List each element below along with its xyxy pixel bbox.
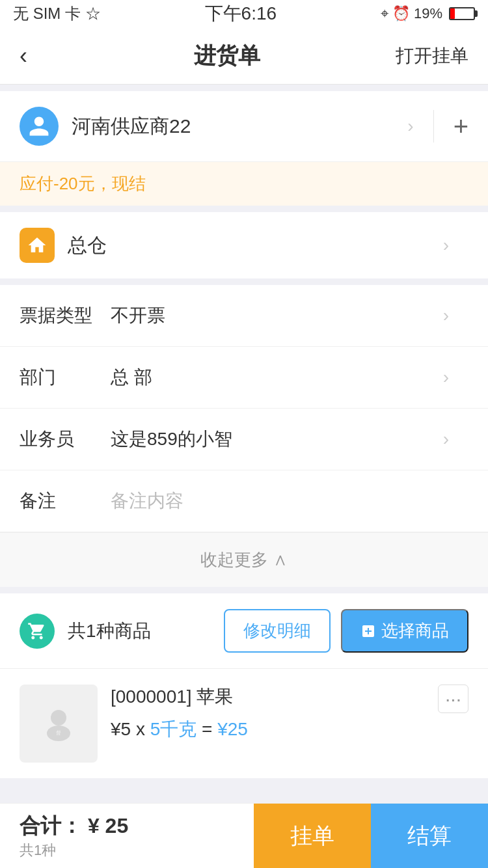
- form-card: 票据类型 不开票 › 部门 总 部 › 业务员 这是859的小智 › 备注 备注…: [0, 285, 488, 587]
- remark-row[interactable]: 备注 备注内容: [0, 470, 488, 532]
- total-section: 合计： ¥ 25 共1种: [0, 804, 254, 868]
- department-row[interactable]: 部门 总 部 ›: [0, 347, 488, 409]
- warehouse-name: 总仓: [68, 232, 443, 259]
- supplier-avatar: [20, 107, 59, 146]
- product-thumbnail: 督: [20, 685, 98, 763]
- product-code: [0000001] 苹果: [111, 686, 233, 707]
- warehouse-icon: [20, 228, 55, 263]
- staff-row[interactable]: 业务员 这是859的小智 ›: [0, 409, 488, 470]
- product-name: [0000001] 苹果: [111, 685, 425, 709]
- invoice-type-label: 票据类型: [20, 303, 111, 328]
- battery-percent: 19%: [414, 5, 442, 22]
- remark-input[interactable]: 备注内容: [111, 489, 468, 513]
- warehouse-row[interactable]: 总仓 ›: [0, 212, 488, 278]
- alert-banner: 应付-20元，现结: [0, 162, 488, 206]
- status-time: 下午6:16: [205, 1, 277, 26]
- alarm-icon: ⏰: [392, 5, 410, 22]
- supplier-row[interactable]: 河南供应商22 › +: [0, 91, 488, 162]
- vertical-divider: [433, 110, 434, 142]
- warehouse-chevron-icon: ›: [443, 235, 449, 256]
- open-pending-button[interactable]: 打开挂单: [396, 44, 468, 68]
- supplier-name: 河南供应商22: [72, 113, 407, 140]
- nav-bar: ‹ 进货单 打开挂单: [0, 27, 488, 85]
- invoice-type-value: 不开票: [111, 303, 443, 328]
- content: 河南供应商22 › + 应付-20元，现结 总仓 › 票据类型 不开票 › 部门…: [0, 85, 488, 856]
- home-icon: [27, 235, 47, 256]
- remark-label: 备注: [20, 489, 111, 513]
- total-value: ¥ 25: [88, 814, 128, 837]
- add-product-icon: [360, 623, 376, 639]
- unit-price: ¥5 x: [111, 719, 150, 739]
- collapse-button[interactable]: 收起更多 ∧: [0, 532, 488, 587]
- person-icon: [27, 115, 51, 138]
- status-left: 无 SIM 卡 ☆: [13, 3, 101, 24]
- svg-point-0: [51, 710, 66, 726]
- select-product-button[interactable]: 选择商品: [341, 609, 468, 653]
- cart-icon: [27, 621, 47, 641]
- supplier-card: 河南供应商22 › + 应付-20元，现结: [0, 91, 488, 206]
- department-chevron-icon: ›: [443, 367, 449, 388]
- status-right: ⌖ ⏰ 19%: [381, 5, 475, 22]
- suspend-button[interactable]: 挂单: [254, 804, 371, 868]
- add-supplier-button[interactable]: +: [454, 112, 468, 141]
- more-options-button[interactable]: ···: [438, 685, 468, 713]
- total-label: 合计：: [20, 814, 82, 837]
- chevron-right-icon: ›: [407, 116, 413, 137]
- staff-chevron-icon: ›: [443, 429, 449, 450]
- department-label: 部门: [20, 365, 111, 390]
- invoice-type-row[interactable]: 票据类型 不开票 ›: [0, 285, 488, 347]
- network-label: 无 SIM 卡 ☆: [13, 3, 101, 24]
- product-header: 共1种商品 修改明细 选择商品: [0, 593, 488, 669]
- product-count-label: 共1种商品: [68, 619, 224, 644]
- svg-text:督: 督: [56, 729, 61, 736]
- checkout-button[interactable]: 结算: [371, 804, 488, 868]
- product-icon: [20, 614, 55, 649]
- select-product-label: 选择商品: [381, 619, 449, 642]
- total-price: ¥25: [217, 719, 248, 739]
- product-image-placeholder: 督: [39, 704, 78, 743]
- quantity: 5千克: [150, 719, 197, 739]
- product-item: 督 [0000001] 苹果 ¥5 x 5千克 = ¥25 ···: [0, 669, 488, 778]
- back-button[interactable]: ‹: [20, 42, 59, 70]
- battery-icon: [449, 7, 475, 20]
- location-icon: ⌖: [381, 5, 388, 22]
- staff-label: 业务员: [20, 427, 111, 452]
- bottom-bar: 合计： ¥ 25 共1种 挂单 结算: [0, 803, 488, 868]
- edit-detail-button[interactable]: 修改明细: [224, 609, 331, 653]
- total-count: 共1种: [20, 841, 234, 860]
- staff-value: 这是859的小智: [111, 427, 443, 452]
- product-info: [0000001] 苹果 ¥5 x 5千克 = ¥25: [111, 685, 425, 742]
- total-amount: 合计： ¥ 25: [20, 812, 234, 841]
- product-price: ¥5 x 5千克 = ¥25: [111, 717, 425, 742]
- page-title: 进货单: [194, 41, 260, 71]
- products-card: 共1种商品 修改明细 选择商品 督 [0000001] 苹果: [0, 593, 488, 778]
- status-bar: 无 SIM 卡 ☆ 下午6:16 ⌖ ⏰ 19%: [0, 0, 488, 27]
- warehouse-card: 总仓 ›: [0, 212, 488, 278]
- invoice-chevron-icon: ›: [443, 305, 449, 326]
- department-value: 总 部: [111, 365, 443, 390]
- equals: =: [202, 719, 217, 739]
